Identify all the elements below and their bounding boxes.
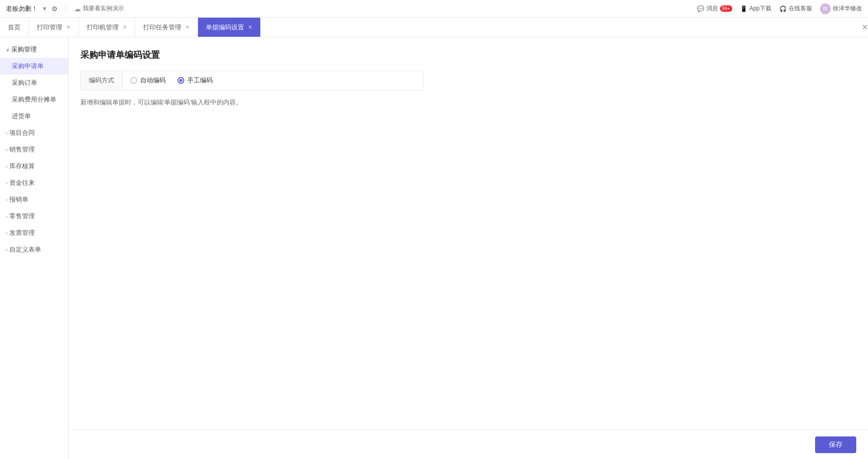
sidebar-item-inventory[interactable]: › 库存核算 [0,158,68,175]
retail-label: 零售管理 [9,212,35,221]
content-area: 采购申请单编码设置 编码方式 自动编码 手工编码 [69,37,868,459]
save-button[interactable]: 保存 [815,436,856,453]
invoice-arrow-icon: › [6,230,7,236]
invoice-label: 发票管理 [9,229,35,237]
content-inner: 采购申请单编码设置 编码方式 自动编码 手工编码 [69,37,868,459]
app-title: 老板勿删！ [6,4,38,13]
tab-print-management-label: 打印管理 [37,23,62,32]
project-arrow-icon: › [6,130,7,136]
custom-form-label: 自定义表单 [9,245,41,254]
receipt-label: 进货单 [12,112,31,120]
inventory-arrow-icon: › [6,164,7,169]
top-bar: 老板勿删！ ▼ ⚙ ☁ 我要看实例演示 💬 消息 99+ 📱 App下载 🎧 在… [0,0,868,18]
tab-printer-management[interactable]: 打印机管理 ✕ [79,18,135,37]
purchase-expense-label: 采购费用分摊单 [12,96,56,103]
encoding-options: 自动编码 手工编码 [123,71,221,90]
expense-report-label: 报销单 [9,195,28,204]
project-contract-label: 项目合同 [9,128,35,137]
expense-arrow-icon: › [6,197,7,203]
online-service-button[interactable]: 🎧 在线客服 [779,4,812,13]
sidebar-item-receipt[interactable]: 进货单 [0,108,68,125]
sales-label: 销售管理 [9,145,35,154]
avatar: 徐 [820,3,831,14]
tab-print-management[interactable]: 打印管理 ✕ [29,18,79,37]
message-label: 消息 [706,4,718,13]
phone-icon: 📱 [740,5,747,12]
tab-encoding-settings[interactable]: 单据编码设置 ✕ [198,18,261,37]
sidebar-item-custom-form[interactable]: › 自定义表单 [0,241,68,258]
sidebar-item-purchase-order[interactable]: 采购订单 [0,75,68,91]
sidebar-item-purchase-expense[interactable]: 采购费用分摊单 [0,91,68,108]
sidebar-item-purchase-request[interactable]: 采购申请单 [0,58,68,75]
sidebar-item-project-contract[interactable]: › 项目合同 [0,125,68,141]
tab-printer-management-close[interactable]: ✕ [123,24,127,30]
headset-icon: 🎧 [779,5,787,12]
retail-arrow-icon: › [6,214,7,219]
tab-encoding-settings-label: 单据编码设置 [206,23,244,32]
sidebar-item-expense-report[interactable]: › 报销单 [0,191,68,208]
capital-label: 资金往来 [9,178,35,187]
app-download-button[interactable]: 📱 App下载 [740,4,771,13]
demo-button[interactable]: ☁ 我要看实例演示 [74,4,124,13]
auto-encoding-radio[interactable] [130,77,137,84]
tab-print-management-close[interactable]: ✕ [66,24,71,30]
main-layout: ∨ 采购管理 采购申请单 采购订单 采购费用分摊单 进货单 › 项目合同 › 销… [0,37,868,459]
tab-print-task-label: 打印任务管理 [143,23,181,32]
sidebar-item-retail[interactable]: › 零售管理 [0,208,68,225]
content-footer: 保存 [69,430,868,459]
sidebar-item-sales[interactable]: › 销售管理 [0,141,68,158]
auto-encoding-option[interactable]: 自动编码 [130,76,166,85]
title-arrow-icon[interactable]: ▼ [42,5,48,12]
message-button[interactable]: 💬 消息 99+ [697,4,732,13]
panel-close-button[interactable]: ✕ [862,18,868,37]
username: 徐泽华修改 [833,4,862,13]
tab-encoding-settings-close[interactable]: ✕ [248,24,252,30]
purchase-order-label: 采购订单 [12,79,37,86]
tab-bar: 首页 打印管理 ✕ 打印机管理 ✕ 打印任务管理 ✕ 单据编码设置 ✕ ✕ [0,18,868,37]
divider [66,5,66,13]
encoding-section: 编码方式 自动编码 手工编码 新增和编辑单据时，可以编辑'单据编码'输入框中的内… [80,71,856,107]
custom-arrow-icon: › [6,247,7,253]
sidebar: ∨ 采购管理 采购申请单 采购订单 采购费用分摊单 进货单 › 项目合同 › 销… [0,37,69,459]
sidebar-group-purchase: ∨ 采购管理 采购申请单 采购订单 采购费用分摊单 进货单 [0,41,68,125]
encoding-hint: 新增和编辑单据时，可以编辑'单据编码'输入框中的内容。 [80,98,856,107]
capital-arrow-icon: › [6,180,7,186]
demo-text: 我要看实例演示 [83,4,124,13]
top-bar-right: 💬 消息 99+ 📱 App下载 🎧 在线客服 徐 徐泽华修改 [697,3,862,14]
message-icon: 💬 [697,5,704,12]
sidebar-group-purchase-header[interactable]: ∨ 采购管理 [0,41,68,58]
page-title: 采购申请单编码设置 [80,49,856,61]
tab-home[interactable]: 首页 [0,18,29,37]
manual-encoding-label: 手工编码 [187,76,213,85]
tab-home-label: 首页 [8,23,21,32]
auto-encoding-label: 自动编码 [140,76,166,85]
cloud-icon: ☁ [74,5,81,13]
message-badge: 99+ [720,5,732,12]
gear-icon[interactable]: ⚙ [51,5,58,13]
tab-printer-management-label: 打印机管理 [87,23,119,32]
sidebar-item-invoice[interactable]: › 发票管理 [0,225,68,241]
manual-encoding-radio[interactable] [177,77,184,84]
online-service-label: 在线客服 [789,4,812,13]
tab-print-task-close[interactable]: ✕ [185,24,190,30]
encoding-row: 编码方式 自动编码 手工编码 [80,71,423,90]
encoding-label: 编码方式 [81,71,123,90]
sidebar-item-capital[interactable]: › 资金往来 [0,175,68,191]
app-download-label: App下载 [749,4,771,13]
tab-print-task[interactable]: 打印任务管理 ✕ [135,18,198,37]
inventory-label: 库存核算 [9,162,35,171]
user-menu[interactable]: 徐 徐泽华修改 [820,3,862,14]
manual-encoding-option[interactable]: 手工编码 [177,76,213,85]
sales-arrow-icon: › [6,147,7,153]
tab-spacer [261,18,862,37]
purchase-request-label: 采购申请单 [12,62,44,70]
purchase-collapse-icon: ∨ [6,47,9,52]
top-bar-left: 老板勿删！ ▼ ⚙ ☁ 我要看实例演示 [6,4,124,13]
purchase-group-label: 采购管理 [11,45,37,54]
